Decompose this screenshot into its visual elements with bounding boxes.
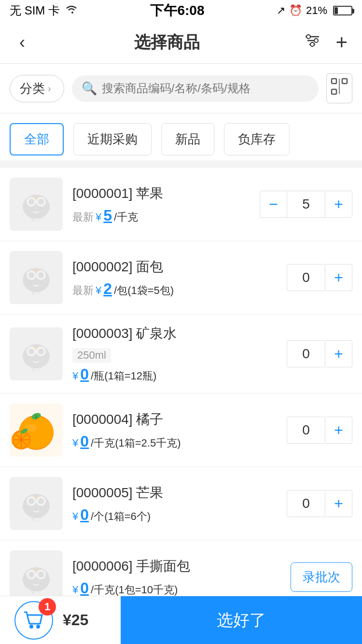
page-title: 选择商品 xyxy=(134,31,200,54)
price-value: 0 xyxy=(80,579,89,597)
product-info: [0000002] 面包 最新 ¥ 2 /包(1袋=5包) xyxy=(72,258,287,298)
product-name: [0000004] 橘子 xyxy=(72,410,287,429)
qty-increase-button[interactable]: + xyxy=(325,490,352,517)
qty-input[interactable] xyxy=(287,490,325,517)
product-price: ¥ 0 /个(1箱=6个) xyxy=(72,506,287,524)
product-price: ¥ 0 /千克(1包=10千克) xyxy=(72,579,291,597)
nav-actions: + xyxy=(304,31,348,54)
svg-point-5 xyxy=(310,42,314,46)
qty-input[interactable] xyxy=(287,417,325,444)
svg-point-64 xyxy=(36,625,40,629)
svg-point-3 xyxy=(306,35,310,39)
quantity-control: + xyxy=(287,264,352,291)
cart-icon-button[interactable]: 1 xyxy=(14,601,53,640)
nav-bar: ‹ 选择商品 + xyxy=(0,21,362,64)
product-name: [0000003] 矿泉水 xyxy=(72,324,287,343)
svg-point-47 xyxy=(38,498,44,504)
product-list: 管十 [0000001] 苹果 最新 ¥ 5 /千克 − + xyxy=(0,168,362,644)
product-info: [0000005] 芒果 ¥ 0 /个(1箱=6个) xyxy=(72,484,287,524)
svg-point-14 xyxy=(38,199,44,205)
svg-rect-8 xyxy=(332,89,336,94)
svg-point-54 xyxy=(38,572,44,577)
price-currency-icon: ¥ xyxy=(96,211,101,224)
scan-icon[interactable] xyxy=(326,73,352,103)
price-value: 5 xyxy=(103,207,112,224)
svg-text:管十: 管十 xyxy=(30,215,42,222)
product-info: [0000003] 矿泉水 250ml ¥ 0 /瓶(1箱=12瓶) xyxy=(72,324,287,383)
tab-all[interactable]: 全部 xyxy=(10,123,64,155)
price-unit: /千克 xyxy=(114,210,138,224)
price-unit: /包(1袋=5包) xyxy=(114,283,174,298)
product-price: ¥ 0 /瓶(1箱=12瓶) xyxy=(72,365,287,383)
list-item: 管十 [0000001] 苹果 最新 ¥ 5 /千克 − + xyxy=(0,168,362,240)
tab-recent[interactable]: 近期采购 xyxy=(73,123,152,155)
price-unit: /瓶(1箱=12瓶) xyxy=(91,369,156,383)
qty-increase-button[interactable]: + xyxy=(325,264,352,291)
svg-text:管十: 管十 xyxy=(30,588,42,595)
svg-rect-6 xyxy=(332,79,336,84)
search-input-wrap: 🔍 xyxy=(72,75,319,102)
product-name: [0000001] 苹果 xyxy=(72,184,260,203)
tab-new[interactable]: 新品 xyxy=(161,123,214,155)
product-thumbnail: 管十 xyxy=(10,477,63,530)
qty-decrease-button[interactable]: − xyxy=(260,191,287,218)
search-icon: 🔍 xyxy=(82,81,97,96)
qty-input[interactable] xyxy=(287,340,325,367)
price-currency-icon: ¥ xyxy=(72,510,78,523)
price-unit: /个(1箱=6个) xyxy=(91,509,151,524)
placeholder-owl-icon: 管十 xyxy=(17,258,56,297)
product-name: [0000006] 手撕面包 xyxy=(72,557,291,575)
batch-button[interactable]: 录批次 xyxy=(291,562,352,592)
product-price: 最新 ¥ 5 /千克 xyxy=(72,207,260,224)
confirm-button[interactable]: 选好了 xyxy=(121,596,362,644)
alarm-icon: ⏰ xyxy=(289,4,302,17)
svg-text:管十: 管十 xyxy=(30,515,42,521)
qty-increase-button[interactable]: + xyxy=(325,191,352,218)
orange-image-icon xyxy=(10,404,63,457)
quantity-control: + xyxy=(287,417,352,444)
price-value: 2 xyxy=(103,280,112,298)
qty-input[interactable] xyxy=(287,264,325,291)
product-thumbnail: 管十 xyxy=(10,178,63,231)
quantity-control: + xyxy=(287,490,352,517)
qty-input[interactable] xyxy=(287,191,325,218)
location-icon: ↗ xyxy=(277,4,285,17)
placeholder-owl-icon: 管十 xyxy=(17,558,56,596)
svg-point-27 xyxy=(28,349,34,354)
product-thumbnail: 管十 xyxy=(10,251,63,304)
price-value: 0 xyxy=(80,365,89,383)
svg-point-63 xyxy=(29,625,33,629)
svg-point-28 xyxy=(38,349,44,354)
svg-point-4 xyxy=(314,39,318,42)
carrier-label: 无 SIM 卡 xyxy=(10,3,60,18)
add-icon[interactable]: + xyxy=(335,31,348,54)
cart-total: ¥25 xyxy=(63,611,88,629)
quantity-control: + xyxy=(287,340,352,367)
product-info: [0000006] 手撕面包 ¥ 0 /千克(1包=10千克) xyxy=(72,557,291,597)
qty-increase-button[interactable]: + xyxy=(325,417,352,444)
list-item: 管十 [0000003] 矿泉水 250ml ¥ 0 /瓶(1箱=12瓶) + xyxy=(0,315,362,393)
battery-icon xyxy=(333,6,352,15)
category-label: 分类 xyxy=(20,80,45,97)
search-input[interactable] xyxy=(102,82,309,95)
bottom-bar: 1 ¥25 选好了 xyxy=(0,596,362,644)
tab-negative[interactable]: 负库存 xyxy=(224,123,290,155)
placeholder-owl-icon: 管十 xyxy=(17,335,56,373)
price-currency-icon: ¥ xyxy=(96,284,101,297)
category-button[interactable]: 分类 › xyxy=(10,75,64,102)
price-currency-icon: ¥ xyxy=(72,370,78,382)
status-bar: 无 SIM 卡 下午6:08 ↗ ⏰ 21% xyxy=(0,0,362,21)
category-chevron-icon: › xyxy=(48,83,51,94)
price-unit: /千克(1包=10千克) xyxy=(91,583,178,597)
filter-icon[interactable] xyxy=(304,32,321,53)
product-name: [0000002] 面包 xyxy=(72,258,287,276)
back-button[interactable]: ‹ xyxy=(14,28,30,57)
qty-increase-button[interactable]: + xyxy=(325,340,352,367)
price-label: 最新 xyxy=(72,210,94,224)
wifi-icon xyxy=(65,4,78,17)
svg-point-21 xyxy=(38,272,44,278)
list-item: 管十 [0000002] 面包 最新 ¥ 2 /包(1袋=5包) + xyxy=(0,241,362,314)
svg-point-13 xyxy=(28,199,34,205)
status-right: ↗ ⏰ 21% xyxy=(277,4,352,17)
filter-tabs: 全部 近期采购 新品 负库存 xyxy=(0,113,362,160)
